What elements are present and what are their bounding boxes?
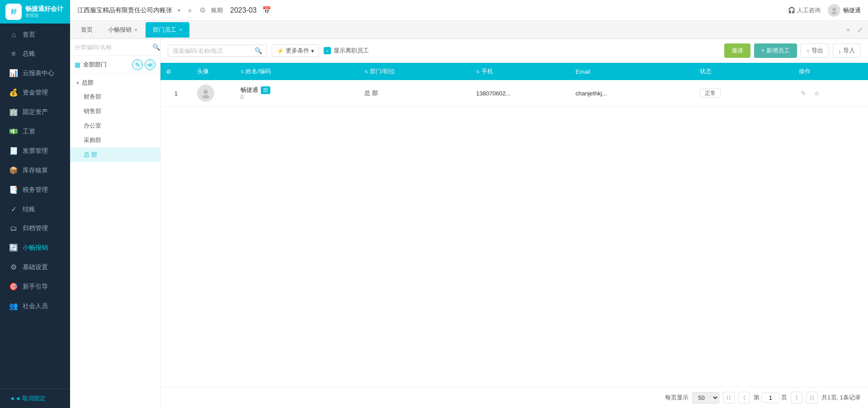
tree-search-input[interactable] xyxy=(75,44,151,51)
sidebar-unpin[interactable]: ◄◄ 取消固定 xyxy=(0,389,70,408)
employee-search-icon[interactable]: 🔍 xyxy=(255,47,262,54)
calendar-icon[interactable]: 📅 xyxy=(262,6,271,14)
topbar-add-icon[interactable]: ＋ xyxy=(186,5,194,16)
sidebar-item-tax[interactable]: 📑 税务管理 xyxy=(0,180,70,199)
sidebar-item-more[interactable]: 👥 社会人员 xyxy=(0,296,70,316)
sidebar-item-label: 首页 xyxy=(23,31,35,39)
tree-group-name: 总部 xyxy=(82,79,94,87)
company-name[interactable]: 江西服宝精品有限责任公司内账张 xyxy=(77,6,172,14)
tab-home[interactable]: 首页 xyxy=(74,22,100,38)
tree-collapse-btn[interactable]: ≪ xyxy=(145,59,156,70)
show-resigned-checkbox[interactable]: ✓ 显示离职员工 xyxy=(324,47,369,55)
sidebar-item-ledger[interactable]: ≡ 总账 xyxy=(0,44,70,63)
export-button[interactable]: ↑ 导出 xyxy=(801,43,829,58)
tab-expand-btn[interactable]: ⤢ xyxy=(855,24,864,35)
period-label: 账期 xyxy=(211,6,223,14)
sidebar-item-settle[interactable]: ✓ 结账 xyxy=(0,199,70,219)
logo-icon: 好 xyxy=(5,4,22,20)
tree-group-headquarters-label[interactable]: ▼ 总部 xyxy=(70,76,160,90)
tree-item-general[interactable]: 总 部 xyxy=(70,147,160,162)
col-name-label: 姓名/编码 xyxy=(245,68,271,75)
tree-edit-btn[interactable]: ✎ xyxy=(132,59,143,70)
consult-button[interactable]: 🎧 人工咨询 xyxy=(788,6,821,14)
table-header: ⚙ 头像 ⇅ 姓名/编码 ⇅ 部门/职位 xyxy=(160,63,868,80)
tree-header-actions: ✎ ≪ xyxy=(132,59,156,70)
dept-badge: 部 xyxy=(261,86,270,94)
page-first-btn[interactable]: ⟨⟨ xyxy=(723,392,735,403)
employee-code: 0 xyxy=(241,94,354,100)
tree-item-sales[interactable]: 销售部 xyxy=(70,104,160,119)
sidebar-item-funds[interactable]: 💰 资金管理 xyxy=(0,83,70,102)
row-phone: 138070602... xyxy=(471,80,570,107)
expense-icon: 🔄 xyxy=(9,243,18,252)
add-employee-button[interactable]: + 新增员工 xyxy=(754,43,797,58)
svg-point-0 xyxy=(832,8,836,11)
tree-item-office[interactable]: 办公室 xyxy=(70,119,160,133)
employee-table: ⚙ 头像 ⇅ 姓名/编码 ⇅ 部门/职位 xyxy=(160,63,868,107)
sidebar-item-home[interactable]: ⌂ 首页 xyxy=(0,25,70,44)
sidebar-item-label: 库存核算 xyxy=(23,166,48,175)
import-button[interactable]: ↓ 导入 xyxy=(833,43,861,58)
tab-close-btn[interactable]: × xyxy=(844,24,852,35)
tab-expense[interactable]: 小畅报销 × xyxy=(101,22,145,38)
page-input[interactable] xyxy=(761,393,779,403)
sidebar-item-label: 工资 xyxy=(23,128,35,136)
tree-search-icon[interactable]: 🔍 xyxy=(152,43,160,51)
sidebar-item-label: 资金管理 xyxy=(23,89,48,97)
tab-department-close-icon[interactable]: × xyxy=(179,27,182,33)
sidebar-item-expense[interactable]: 🔄 小畅报销 xyxy=(0,238,70,257)
filter-chevron-icon: ▾ xyxy=(311,47,314,54)
row-email: chanjethkj... xyxy=(570,80,694,107)
tree-item-finance[interactable]: 财务部 xyxy=(70,90,160,104)
col-name[interactable]: ⇅ 姓名/编码 xyxy=(235,63,359,80)
logo-text-block: 畅捷通好会计 旗舰版 xyxy=(25,5,63,19)
col-settings[interactable]: ⚙ xyxy=(160,63,192,80)
reports-icon: 📊 xyxy=(9,69,18,77)
company-dropdown-icon[interactable]: ▾ xyxy=(178,7,180,14)
settings-icon: ⚙ xyxy=(9,263,18,271)
sidebar-item-salary[interactable]: 💵 工资 xyxy=(0,122,70,141)
tab-department[interactable]: 部门员工 × xyxy=(146,22,189,38)
page-prev-btn[interactable]: ⟨ xyxy=(738,392,750,403)
col-phone[interactable]: ⇅ 手机 xyxy=(471,63,570,80)
import-label: 导入 xyxy=(843,47,855,55)
filter-button[interactable]: ⚡ 更多条件 ▾ xyxy=(272,44,319,57)
home-icon: ⌂ xyxy=(9,31,18,39)
per-page-label: 每页显示 xyxy=(665,394,689,402)
tree-panel: 🔍 ▦ 全部部门 ✎ ≪ ▼ 总部 财务部 xyxy=(70,39,160,408)
sidebar-item-reports[interactable]: 📊 云报表中心 xyxy=(0,63,70,83)
sidebar-item-label: 税务管理 xyxy=(23,186,48,194)
page-last-btn[interactable]: ⟩⟩ xyxy=(806,392,818,403)
delete-action-icon[interactable]: ⎋ xyxy=(813,89,821,98)
tree-item-purchase[interactable]: 采购部 xyxy=(70,133,160,147)
page-next-btn[interactable]: ⟩ xyxy=(791,392,802,403)
page-unit: 页 xyxy=(781,394,787,402)
sidebar-item-assets[interactable]: 🏢 固定资产 xyxy=(0,102,70,122)
sidebar-item-archive[interactable]: 🗂 归档管理 xyxy=(0,219,70,238)
svg-point-2 xyxy=(203,90,208,94)
tab-department-label: 部门员工 xyxy=(153,26,176,34)
guide-icon: 🎯 xyxy=(9,282,18,291)
col-email: Email xyxy=(570,63,694,80)
user-button[interactable]: 畅捷通 xyxy=(828,4,861,17)
employee-search-input[interactable] xyxy=(173,47,252,54)
archive-icon: 🗂 xyxy=(9,224,18,232)
sidebar-item-invoice[interactable]: 🧾 发票管理 xyxy=(0,141,70,161)
per-page-select[interactable]: 50 100 200 xyxy=(692,392,719,403)
table-body: 1 畅捷通 部 0 xyxy=(160,80,868,107)
page-input-wrap: 第 页 xyxy=(754,393,787,403)
sidebar-item-guide[interactable]: 🎯 新手引导 xyxy=(0,277,70,296)
funds-icon: 💰 xyxy=(9,88,18,97)
invite-button[interactable]: 邀请 xyxy=(724,43,750,58)
col-dept[interactable]: ⇅ 部门/职位 xyxy=(359,63,471,80)
sidebar-item-settings[interactable]: ⚙ 基础设置 xyxy=(0,257,70,277)
tab-expense-close-icon[interactable]: × xyxy=(134,27,137,33)
col-status: 状态 xyxy=(694,63,794,80)
col-actions: 操作 xyxy=(793,63,868,80)
sidebar-item-inventory[interactable]: 📦 库存核算 xyxy=(0,161,70,180)
filter-label: 更多条件 xyxy=(286,47,309,55)
sidebar-logo[interactable]: 好 畅捷通好会计 旗舰版 xyxy=(0,0,70,24)
edit-action-icon[interactable]: ✎ xyxy=(799,89,808,98)
topbar-settings-icon[interactable]: ⚙ xyxy=(199,6,206,14)
row-actions: ✎ ⎋ xyxy=(793,80,868,107)
